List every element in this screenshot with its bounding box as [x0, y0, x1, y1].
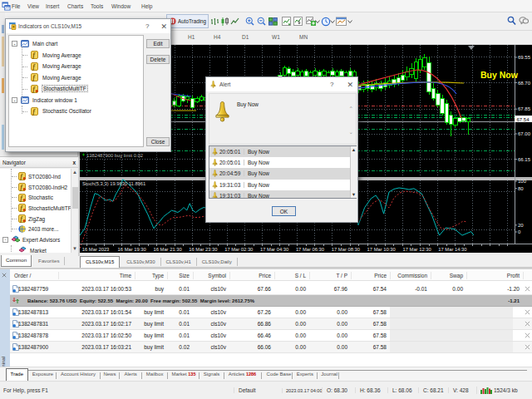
svg-text:17 Mar 14:30: 17 Mar 14:30 — [438, 247, 466, 252]
svg-text:69.55: 69.55 — [518, 55, 531, 60]
svg-text:Stoch(5,3,3) 19.9630 11.8961: Stoch(5,3,3) 19.9630 11.8961 — [82, 181, 145, 186]
svg-text:100: 100 — [518, 179, 527, 184]
svg-text:17 Mar 06:30: 17 Mar 06:30 — [296, 247, 324, 252]
svg-text:17 Mar 02:30: 17 Mar 02:30 — [224, 247, 253, 252]
svg-text:16 Mar 2023: 16 Mar 2023 — [82, 247, 110, 252]
svg-text:67.00: 67.00 — [518, 131, 531, 136]
svg-text:16 Mar 19:30: 16 Mar 19:30 — [118, 247, 146, 252]
svg-text:66.15: 66.15 — [518, 157, 531, 162]
svg-text:17 Mar 04:30: 17 Mar 04:30 — [260, 247, 288, 252]
svg-text:16 Mar 21:30: 16 Mar 21:30 — [154, 247, 182, 252]
svg-text:1382487900 buy limit 0.02: 1382487900 buy limit 0.02 — [86, 153, 143, 158]
svg-text:16 Mar 23:30: 16 Mar 23:30 — [189, 247, 217, 252]
svg-text:17 Mar 10:30: 17 Mar 10:30 — [367, 247, 396, 252]
svg-text:17 Mar 12:30: 17 Mar 12:30 — [403, 247, 431, 252]
svg-text:67.85: 67.85 — [518, 106, 531, 111]
svg-text:20: 20 — [518, 223, 524, 228]
svg-text:Buy Now: Buy Now — [480, 70, 519, 80]
svg-text:17 Mar 08:30: 17 Mar 08:30 — [332, 247, 360, 252]
svg-text:67.54: 67.54 — [517, 117, 530, 122]
svg-text:80: 80 — [518, 186, 524, 191]
svg-text:68.70: 68.70 — [518, 81, 531, 86]
